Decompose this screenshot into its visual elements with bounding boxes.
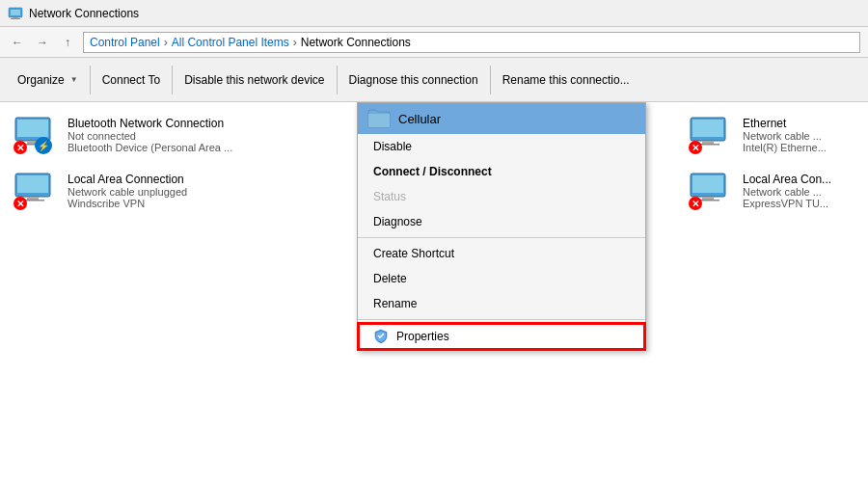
breadcrumb-control-panel[interactable]: Control Panel	[90, 36, 160, 49]
ctx-delete-label: Delete	[373, 272, 407, 285]
rename-button[interactable]: Rename this connectio...	[493, 62, 639, 98]
ctx-delete[interactable]: Delete	[358, 266, 645, 291]
ethernet-error-badge: ✕	[689, 141, 702, 154]
ctx-status-label: Status	[373, 190, 406, 203]
svg-rect-18	[702, 197, 714, 200]
svg-rect-9	[17, 175, 48, 193]
local-area-right-icon-wrapper: ✕	[689, 172, 735, 210]
toolbar-divider-4	[490, 66, 491, 94]
context-menu-title: Cellular	[398, 112, 441, 126]
svg-rect-13	[692, 120, 723, 137]
svg-rect-5	[17, 120, 48, 137]
local-area-right-connection[interactable]: ✕ Local Area Con... Network cable ... Ex…	[685, 168, 858, 214]
ctx-separator-1	[358, 237, 645, 238]
address-bar: ← → ↑ Control Panel › All Control Panel …	[0, 27, 868, 58]
ctx-separator-2	[358, 319, 645, 320]
local-area-right-detail2: ExpressVPN TU...	[743, 198, 854, 209]
svg-rect-1	[11, 10, 20, 15]
ethernet-connection[interactable]: ✕ Ethernet Network cable ... Intel(R) Et…	[685, 112, 858, 158]
content-area: ✕ ⚡ Bluetooth Network Connection Not con…	[0, 102, 868, 482]
organize-button[interactable]: Organize ▼	[8, 62, 88, 98]
local-area-icon-wrapper: ✕	[14, 172, 60, 210]
bluetooth-icon-wrapper: ✕ ⚡	[14, 116, 60, 154]
title-bar: Network Connections	[0, 0, 868, 27]
toolbar-divider-1	[90, 66, 91, 94]
bluetooth-error-badge: ✕	[14, 141, 27, 154]
local-area-error-badge: ✕	[14, 197, 27, 210]
ethernet-icon-wrapper: ✕	[689, 116, 735, 154]
ctx-properties[interactable]: Properties	[358, 323, 645, 350]
ctx-status: Status	[358, 184, 645, 209]
forward-button[interactable]: →	[33, 33, 52, 52]
right-connections-list: ✕ Ethernet Network cable ... Intel(R) Et…	[685, 112, 858, 472]
diagnose-button[interactable]: Diagnose this connection	[339, 62, 488, 98]
local-area-right-error-badge: ✕	[689, 197, 702, 210]
connect-to-button[interactable]: Connect To	[93, 62, 171, 98]
ctx-connect-disconnect-label: Connect / Disconnect	[373, 165, 492, 178]
breadcrumb-all-items[interactable]: All Control Panel Items	[172, 36, 289, 49]
up-button[interactable]: ↑	[58, 33, 77, 52]
ctx-diagnose[interactable]: Diagnose	[358, 209, 645, 234]
cellular-folder-icon	[367, 109, 391, 128]
ctx-properties-label: Properties	[396, 330, 449, 343]
organize-dropdown-arrow: ▼	[70, 75, 78, 84]
ethernet-name: Ethernet	[743, 117, 854, 130]
ctx-disable-label: Disable	[373, 140, 412, 153]
ctx-rename-label: Rename	[373, 297, 417, 310]
toolbar: Organize ▼ Connect To Disable this netwo…	[0, 58, 868, 102]
ethernet-detail1: Network cable ...	[743, 130, 854, 142]
context-menu: Cellular Disable Connect / Disconnect St…	[357, 102, 646, 351]
svg-rect-3	[11, 18, 20, 19]
ctx-create-shortcut[interactable]: Create Shortcut	[358, 241, 645, 266]
ethernet-detail2: Intel(R) Etherne...	[743, 142, 854, 153]
back-button[interactable]: ←	[8, 33, 27, 52]
svg-rect-14	[702, 141, 714, 144]
ctx-diagnose-label: Diagnose	[373, 215, 422, 228]
ctx-rename[interactable]: Rename	[358, 291, 645, 316]
properties-shield-icon	[373, 329, 389, 344]
title-bar-text: Network Connections	[29, 7, 139, 20]
local-area-right-detail1: Network cable ...	[743, 186, 854, 198]
ctx-disable[interactable]: Disable	[358, 134, 645, 159]
breadcrumb-current: Network Connections	[301, 36, 411, 49]
title-bar-icon	[8, 6, 23, 21]
disable-network-button[interactable]: Disable this network device	[175, 62, 334, 98]
breadcrumb: Control Panel › All Control Panel Items …	[83, 32, 860, 53]
toolbar-divider-2	[172, 66, 173, 94]
ctx-connect-disconnect[interactable]: Connect / Disconnect	[358, 159, 645, 184]
svg-rect-17	[692, 175, 723, 193]
ethernet-info: Ethernet Network cable ... Intel(R) Ethe…	[743, 117, 854, 153]
local-area-right-info: Local Area Con... Network cable ... Expr…	[743, 173, 854, 209]
local-area-right-name: Local Area Con...	[743, 173, 854, 186]
svg-rect-10	[27, 197, 39, 200]
context-menu-header: Cellular	[358, 103, 645, 134]
ctx-create-shortcut-label: Create Shortcut	[373, 247, 454, 260]
bluetooth-badge: ⚡	[35, 137, 52, 154]
toolbar-divider-3	[337, 66, 338, 94]
